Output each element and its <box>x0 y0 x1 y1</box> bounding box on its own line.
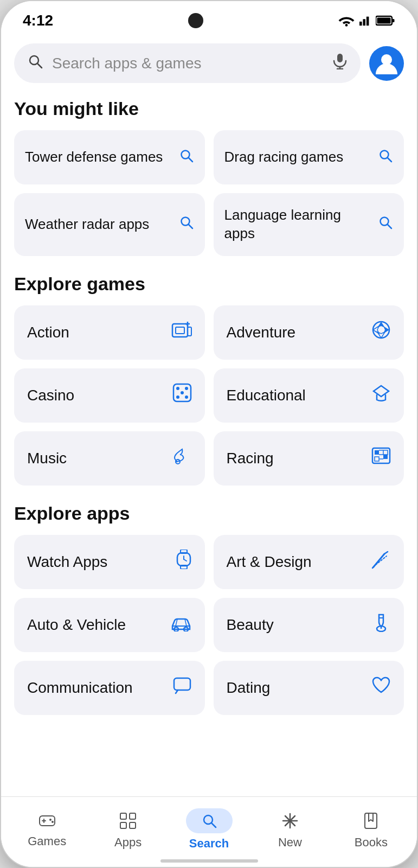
category-communication-label: Communication <box>27 679 133 697</box>
suggestions-grid: Tower defense games Drag racing games <box>14 130 404 256</box>
category-adventure-label: Adventure <box>227 324 296 341</box>
svg-rect-2 <box>363 19 365 25</box>
wifi-icon <box>338 15 355 27</box>
svg-rect-6 <box>392 19 394 22</box>
svg-line-14 <box>188 157 192 162</box>
svg-rect-37 <box>375 457 379 461</box>
category-casino[interactable]: Casino <box>14 368 205 423</box>
explore-apps-title: Explore apps <box>14 503 404 524</box>
category-music-label: Music <box>27 450 67 467</box>
svg-point-62 <box>52 821 54 823</box>
racing-icon <box>371 446 391 470</box>
search-placeholder: Search apps & games <box>52 55 324 72</box>
category-watch-apps[interactable]: Watch Apps <box>14 535 205 589</box>
svg-rect-65 <box>120 822 126 828</box>
category-educational-label: Educational <box>227 387 306 404</box>
suggestion-language-learning[interactable]: Language learning apps <box>214 193 404 256</box>
suggestion-weather-radar[interactable]: Weather radar apps <box>14 193 205 256</box>
category-communication[interactable]: Communication <box>14 661 205 715</box>
content-area: Search apps & games You m <box>1 35 417 789</box>
suggestion-drag-racing[interactable]: Drag racing games <box>214 130 404 184</box>
search-bar[interactable]: Search apps & games <box>14 43 361 83</box>
apps-icon <box>120 813 136 829</box>
svg-point-31 <box>185 395 188 399</box>
category-racing-label: Racing <box>227 450 274 467</box>
nav-books[interactable]: Books <box>331 804 411 850</box>
svg-line-18 <box>188 225 192 229</box>
watch-apps-icon <box>176 550 192 574</box>
category-music[interactable]: Music <box>14 431 205 486</box>
category-beauty-label: Beauty <box>227 616 274 634</box>
category-casino-label: Casino <box>27 387 74 404</box>
art-design-icon <box>371 550 391 574</box>
svg-rect-73 <box>365 813 377 828</box>
category-auto-vehicle[interactable]: Auto & Vehicle <box>14 598 205 652</box>
svg-rect-5 <box>377 18 390 24</box>
nav-books-icon-bg <box>358 809 383 832</box>
svg-rect-1 <box>359 22 362 25</box>
nav-games[interactable]: Games <box>7 805 87 848</box>
action-icon <box>171 321 192 344</box>
dating-icon <box>371 676 391 699</box>
svg-point-32 <box>181 391 184 394</box>
apps-grid: Watch Apps Art & Design <box>14 535 404 715</box>
svg-rect-35 <box>375 450 379 455</box>
suggestion-text-4: Language learning apps <box>224 206 374 243</box>
category-art-design[interactable]: Art & Design <box>214 535 404 589</box>
category-watch-apps-label: Watch Apps <box>27 553 107 571</box>
communication-icon <box>172 675 192 700</box>
casino-icon <box>172 383 192 407</box>
svg-line-47 <box>374 554 384 567</box>
svg-rect-22 <box>176 327 184 334</box>
books-icon <box>364 813 378 829</box>
bottom-nav: Games Apps Search <box>1 796 417 867</box>
suggestion-text-1: Tower defense games <box>25 148 175 167</box>
explore-games-title: Explore games <box>14 273 404 295</box>
you-might-like-section: You might like Tower defense games Drag … <box>14 98 404 256</box>
svg-line-16 <box>388 157 392 162</box>
music-icon <box>172 446 192 470</box>
battery-icon <box>376 15 395 26</box>
status-bar: 4:12 <box>1 1 417 35</box>
category-action-label: Action <box>27 324 69 341</box>
suggestion-text-2: Drag racing games <box>224 148 374 167</box>
nav-books-label: Books <box>355 835 388 850</box>
svg-line-68 <box>211 823 216 827</box>
search-icon-left <box>27 53 43 73</box>
category-educational[interactable]: Educational <box>214 368 404 423</box>
nav-games-icon-bg <box>34 810 61 831</box>
svg-line-48 <box>384 552 388 554</box>
avatar-button[interactable] <box>369 46 404 81</box>
suggestion-search-icon-1 <box>179 148 194 167</box>
svg-rect-38 <box>383 450 388 455</box>
category-dating[interactable]: Dating <box>214 661 404 715</box>
status-icons <box>338 15 395 27</box>
category-art-design-label: Art & Design <box>227 553 312 571</box>
suggestion-tower-defense[interactable]: Tower defense games <box>14 130 205 184</box>
category-racing[interactable]: Racing <box>214 431 404 486</box>
search-nav-icon <box>201 813 217 829</box>
svg-point-61 <box>49 819 52 821</box>
nav-apps-icon-bg <box>114 809 142 832</box>
signal-icon <box>359 15 371 27</box>
adventure-icon <box>371 320 391 344</box>
category-auto-vehicle-label: Auto & Vehicle <box>27 616 126 634</box>
nav-search[interactable]: Search <box>169 803 249 851</box>
svg-line-46 <box>184 559 187 561</box>
new-icon <box>282 813 298 829</box>
category-dating-label: Dating <box>227 679 271 697</box>
nav-apps-label: Apps <box>114 835 142 850</box>
svg-rect-3 <box>366 17 369 25</box>
mic-icon[interactable] <box>332 53 348 73</box>
category-action[interactable]: Action <box>14 305 205 360</box>
category-adventure[interactable]: Adventure <box>214 305 404 360</box>
nav-new-icon-bg <box>276 809 304 832</box>
suggestion-search-icon-2 <box>378 148 393 167</box>
you-might-like-title: You might like <box>14 98 404 119</box>
category-beauty[interactable]: Beauty <box>214 598 404 652</box>
nav-new[interactable]: New <box>249 804 330 850</box>
phone-frame: 4:12 <box>0 0 418 868</box>
svg-rect-36 <box>383 455 388 459</box>
camera-pill <box>188 13 203 28</box>
nav-apps[interactable]: Apps <box>87 804 168 850</box>
